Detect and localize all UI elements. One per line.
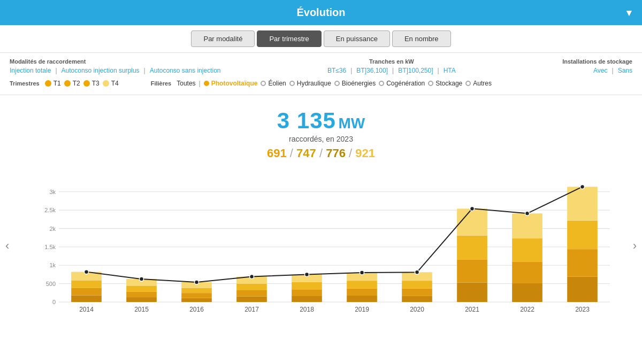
svg-text:0: 0 xyxy=(52,299,56,305)
filter-injection-totale[interactable]: Injection totale xyxy=(10,67,51,74)
svg-rect-25 xyxy=(181,293,212,298)
svg-text:2020: 2020 xyxy=(410,306,424,313)
filter-autoconso-injection[interactable]: Autoconso injection surplus xyxy=(62,67,140,74)
filiere-hydraulique[interactable]: Hydraulique xyxy=(289,80,331,87)
svg-rect-55 xyxy=(512,261,542,283)
tab-bar: Par modalité Par trimestre En puissance … xyxy=(0,25,642,53)
filter-modalites-label: Modalités de raccordement xyxy=(10,58,220,65)
svg-point-69 xyxy=(360,270,364,275)
trim-t1-label: T1 xyxy=(54,80,61,87)
trim-t3[interactable]: T3 xyxy=(83,80,100,87)
filiere-autres[interactable]: Autres xyxy=(465,80,492,87)
filiere-photovoltaique[interactable]: Photovoltaïque xyxy=(204,80,258,87)
filiere-toutes-label: Toutes xyxy=(177,80,195,87)
tab-nombre[interactable]: En nombre xyxy=(392,30,451,47)
svg-rect-41 xyxy=(347,281,377,288)
svg-rect-39 xyxy=(347,296,377,302)
svg-rect-15 xyxy=(71,288,102,296)
svg-rect-34 xyxy=(292,296,322,302)
trim-t4-label: T4 xyxy=(111,80,119,87)
svg-rect-36 xyxy=(292,282,322,289)
header-chevron[interactable]: ▾ xyxy=(626,7,631,19)
filiere-cogeneration[interactable]: Cogénération xyxy=(379,80,425,87)
svg-text:2023: 2023 xyxy=(575,306,590,313)
filter-stockage-items: Avec | Sans xyxy=(562,67,632,74)
tab-puissance[interactable]: En puissance xyxy=(324,30,390,47)
filters-bottom-row: Trimestres T1 T2 T3 T4 Filières Toutes xyxy=(10,78,632,87)
filiere-eolien-label: Éolien xyxy=(268,80,286,87)
quarterly-t4: 921 xyxy=(355,146,375,160)
nav-left[interactable]: ‹ xyxy=(5,239,9,253)
filiere-stockage[interactable]: Stockage xyxy=(428,80,462,87)
filter-sans[interactable]: Sans xyxy=(618,67,632,74)
trim-t4[interactable]: T4 xyxy=(103,80,119,87)
trim-t2[interactable]: T2 xyxy=(64,80,80,87)
main-sub: raccordés, en 2023 xyxy=(0,135,642,143)
svg-rect-45 xyxy=(402,289,432,296)
tab-modalite[interactable]: Par modalité xyxy=(191,30,255,47)
svg-rect-49 xyxy=(457,283,487,302)
filiere-bioenergies[interactable]: Bioénergies xyxy=(334,80,376,87)
quarterly-values: 691 / 747 / 776 / 921 xyxy=(0,146,642,160)
filiere-stockage-label: Stockage xyxy=(435,80,462,87)
svg-rect-24 xyxy=(181,298,212,302)
svg-rect-40 xyxy=(347,289,377,296)
filter-stockage: Installations de stockage Avec | Sans xyxy=(562,58,632,74)
svg-point-72 xyxy=(525,211,530,215)
filter-bt36-100[interactable]: BT]36,100] xyxy=(356,67,388,74)
svg-point-70 xyxy=(415,270,419,274)
filter-bt100-250[interactable]: BT]100,250] xyxy=(398,67,433,74)
trim-t3-label: T3 xyxy=(92,80,100,87)
filter-autoconso-sans[interactable]: Autoconso sans injection xyxy=(150,67,221,74)
filiere-toutes[interactable]: Toutes xyxy=(177,80,195,87)
svg-rect-14 xyxy=(71,296,102,302)
svg-point-68 xyxy=(305,272,309,276)
filter-bt36[interactable]: BT≤36 xyxy=(327,67,346,74)
svg-point-67 xyxy=(250,275,254,279)
filiere-autres-dot xyxy=(465,81,471,86)
filter-modalites-items: Injection totale | Autoconso injection s… xyxy=(10,67,220,74)
trimestres-row: Trimestres T1 T2 T3 T4 xyxy=(10,80,119,87)
filter-avec[interactable]: Avec xyxy=(593,67,607,74)
filiere-eolien[interactable]: Éolien xyxy=(261,80,286,87)
main-unit: MW xyxy=(338,115,365,131)
trim-t2-label: T2 xyxy=(73,80,80,87)
svg-rect-29 xyxy=(236,297,267,302)
filiere-cogeneration-dot xyxy=(379,81,384,86)
svg-point-66 xyxy=(195,280,199,284)
filiere-bioenergies-dot xyxy=(334,81,340,86)
svg-text:2016: 2016 xyxy=(189,306,204,313)
filters-top-row: Modalités de raccordement Injection tota… xyxy=(10,58,632,74)
filiere-pv-label: Photovoltaïque xyxy=(211,80,258,87)
svg-text:500: 500 xyxy=(46,281,56,287)
tab-trimestre[interactable]: Par trimestre xyxy=(257,30,321,47)
svg-rect-46 xyxy=(402,281,432,288)
svg-rect-57 xyxy=(512,213,542,238)
svg-rect-56 xyxy=(512,238,542,261)
svg-rect-52 xyxy=(457,208,487,235)
svg-rect-31 xyxy=(236,284,267,290)
quarterly-t3: 776 xyxy=(326,146,346,160)
svg-rect-51 xyxy=(457,236,487,260)
filiere-hydraulique-dot xyxy=(289,81,295,86)
svg-rect-44 xyxy=(402,296,432,302)
filieres-row: Filières Toutes | Photovoltaïque Éolien … xyxy=(151,80,632,87)
filiere-hydraulique-label: Hydraulique xyxy=(297,80,331,87)
nav-right[interactable]: › xyxy=(633,239,637,253)
svg-text:2021: 2021 xyxy=(465,306,479,313)
quarterly-t2: 747 xyxy=(296,146,316,160)
svg-point-71 xyxy=(470,206,475,211)
svg-text:2014: 2014 xyxy=(79,306,94,313)
filiere-bioenergies-label: Bioénergies xyxy=(342,80,376,87)
page-header: Évolution ▾ xyxy=(0,0,642,25)
filiere-eolien-dot xyxy=(261,81,266,86)
svg-rect-50 xyxy=(457,260,487,283)
svg-rect-59 xyxy=(567,276,598,302)
filter-hta[interactable]: HTA xyxy=(444,67,456,74)
svg-text:2k: 2k xyxy=(49,226,56,232)
filiere-cogeneration-label: Cogénération xyxy=(386,80,425,87)
trim-t1[interactable]: T1 xyxy=(45,80,61,87)
svg-rect-61 xyxy=(567,221,598,249)
filter-stockage-label: Installations de stockage xyxy=(562,58,632,65)
filiere-stockage-dot xyxy=(428,81,433,86)
